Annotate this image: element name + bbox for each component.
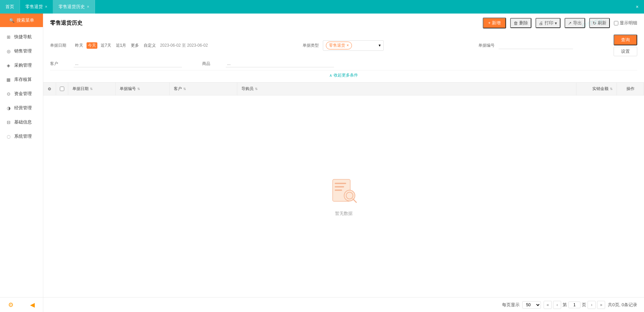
sidebar-item-purchase[interactable]: ◈ 采购管理 <box>0 58 43 72</box>
empty-state: 暂无数据 <box>43 95 644 297</box>
th-date[interactable]: 单据日期 ⇅ <box>68 83 116 95</box>
purchase-icon: ◈ <box>5 62 11 68</box>
select-all-checkbox[interactable] <box>60 87 64 91</box>
date-opt-yesterday[interactable]: 昨天 <box>74 42 85 49</box>
th-number-label: 单据编号 <box>120 86 136 92</box>
type-dropdown[interactable]: 零售退货 × ▾ <box>323 40 384 51</box>
settings-button[interactable]: 设置 <box>614 47 637 56</box>
collapse-icon: ∧ <box>329 73 332 78</box>
date-filter-label: 单据日期 <box>50 43 74 48</box>
tab-home[interactable]: 首页 <box>0 0 20 14</box>
sidebar-item-operations-label: 经营管理 <box>14 105 32 111</box>
th-number[interactable]: 单据编号 ⇅ <box>116 83 170 95</box>
date-opt-more[interactable]: 更多 <box>129 42 140 49</box>
th-guide-label: 导购员 <box>241 86 254 92</box>
per-page-select[interactable]: 10 20 50 100 <box>522 301 541 309</box>
svg-rect-2 <box>335 186 344 187</box>
date-range-display: 2023-06-02 至 2023-06-02 <box>160 43 208 48</box>
tab-retail-return-close[interactable]: × <box>45 4 47 9</box>
show-detail-checkbox-label[interactable]: 显示明细 <box>614 20 637 26</box>
customer-filter-input[interactable] <box>74 60 182 67</box>
sidebar-item-purchase-label: 采购管理 <box>14 62 32 68</box>
sidebar-item-inventory[interactable]: ▦ 库存核算 <box>0 72 43 87</box>
quicknav-icon: ⊞ <box>5 34 11 40</box>
collapse-button[interactable]: ∧ 收起更多条件 <box>50 71 637 80</box>
tab-retail-return[interactable]: 零售退货 × <box>20 0 53 14</box>
sidebar-item-sales-label: 销售管理 <box>14 48 32 54</box>
sidebar-item-system-label: 系统管理 <box>14 133 32 139</box>
page-title: 零售退货历史 <box>50 20 82 27</box>
sales-icon: ◎ <box>5 48 11 54</box>
goods-filter-input[interactable] <box>226 60 334 67</box>
sidebar: 🔍 搜索菜单 ⊞ 快捷导航 ◎ 销售管理 ◈ 采购管理 ▦ 库存核算 ⊙ 资金管 <box>0 14 43 312</box>
basicinfo-icon: ⊟ <box>5 119 11 125</box>
sidebar-item-system[interactable]: ◌ 系统管理 <box>0 129 43 143</box>
date-opt-custom[interactable]: 自定义 <box>142 42 157 49</box>
content-area: 零售退货历史 + 新增 🗑 删除 🖨 打印 ▾ ↗ 导出 <box>43 14 644 312</box>
sidebar-search-label: 搜索菜单 <box>17 17 34 23</box>
th-amount[interactable]: 实销金额 ⇅ <box>576 83 617 95</box>
th-action: 操作 <box>617 83 644 95</box>
svg-rect-3 <box>335 190 342 191</box>
sidebar-item-operations[interactable]: ◑ 经营管理 <box>0 101 43 115</box>
prev-page-btn[interactable]: ‹ <box>553 301 561 309</box>
page-input[interactable] <box>568 302 580 308</box>
tab-home-label: 首页 <box>5 4 14 10</box>
print-button[interactable]: 🖨 打印 ▾ <box>535 18 560 28</box>
sidebar-settings-btn[interactable]: ⚙ <box>8 301 14 309</box>
last-page-btn[interactable]: » <box>597 301 605 309</box>
goods-filter-label: 商品 <box>202 61 226 67</box>
number-filter-label: 单据编号 <box>478 43 499 48</box>
query-button[interactable]: 查询 <box>614 35 637 45</box>
sidebar-item-sales[interactable]: ◎ 销售管理 <box>0 44 43 58</box>
tab-retail-return-history-label: 零售退货历史 <box>58 4 85 10</box>
refresh-icon: ↻ <box>593 21 596 26</box>
filter-divider <box>50 70 637 70</box>
tab-retail-return-history[interactable]: 零售退货历史 × <box>53 0 95 14</box>
sidebar-toggle-btn[interactable]: ◀ <box>30 301 35 309</box>
next-page-btn[interactable]: › <box>588 301 596 309</box>
th-settings[interactable]: ⚙ <box>43 83 56 95</box>
th-customer[interactable]: 客户 ⇅ <box>170 83 237 95</box>
table-area: ⚙ 单据日期 ⇅ 单据编号 ⇅ 客户 ⇅ 导购员 <box>43 83 644 297</box>
toolbar: + 新增 🗑 删除 🖨 打印 ▾ ↗ 导出 ↻ <box>483 18 637 28</box>
svg-rect-1 <box>335 183 346 184</box>
table-header: ⚙ 单据日期 ⇅ 单据编号 ⇅ 客户 ⇅ 导购员 <box>43 83 644 95</box>
inventory-icon: ▦ <box>5 76 11 83</box>
search-icon: 🔍 <box>9 18 15 23</box>
top-bar-close[interactable]: × <box>636 4 644 9</box>
refresh-button[interactable]: ↻ 刷新 <box>589 18 610 28</box>
date-opt-7days[interactable]: 近7天 <box>99 42 113 49</box>
page-unit: 页 <box>582 302 586 308</box>
filter-area: 单据日期 昨天 今天 近7天 近1月 更多 自定义 2023-06-02 至 2… <box>50 32 637 82</box>
per-page-label: 每页显示 <box>502 302 520 308</box>
empty-icon <box>329 176 359 206</box>
page-header: 零售退货历史 + 新增 🗑 删除 🖨 打印 ▾ ↗ 导出 <box>43 14 644 83</box>
sidebar-search[interactable]: 🔍 搜索菜单 <box>0 14 43 27</box>
th-guide[interactable]: 导购员 ⇅ <box>237 83 576 95</box>
type-tag-close[interactable]: × <box>347 43 349 48</box>
number-filter-input[interactable] <box>499 42 573 49</box>
export-button[interactable]: ↗ 导出 <box>565 18 585 28</box>
th-amount-label: 实销金额 <box>592 86 609 92</box>
sidebar-item-basicinfo[interactable]: ⊟ 基础信息 <box>0 115 43 129</box>
sidebar-footer: ⚙ ◀ <box>0 297 43 312</box>
main-layout: 🔍 搜索菜单 ⊞ 快捷导航 ◎ 销售管理 ◈ 采购管理 ▦ 库存核算 ⊙ 资金管 <box>0 14 644 312</box>
first-page-btn[interactable]: « <box>544 301 552 309</box>
add-button[interactable]: + 新增 <box>483 18 506 28</box>
sidebar-item-finance-label: 资金管理 <box>14 91 32 97</box>
svg-line-6 <box>353 199 356 202</box>
sidebar-item-finance[interactable]: ⊙ 资金管理 <box>0 87 43 101</box>
date-opt-today[interactable]: 今天 <box>87 42 97 49</box>
operations-icon: ◑ <box>5 105 11 111</box>
tab-retail-return-history-close[interactable]: × <box>87 4 89 9</box>
show-detail-checkbox[interactable] <box>614 21 618 25</box>
delete-button[interactable]: 🗑 删除 <box>510 18 531 28</box>
system-icon: ◌ <box>5 133 11 139</box>
th-checkbox[interactable] <box>56 83 68 95</box>
date-opt-1month[interactable]: 近1月 <box>115 42 128 49</box>
print-icon: 🖨 <box>539 21 543 26</box>
filter-row-2: 客户 商品 <box>50 58 637 69</box>
sidebar-item-quicknav[interactable]: ⊞ 快捷导航 <box>0 30 43 44</box>
tab-list: 首页 零售退货 × 零售退货历史 × <box>0 0 636 14</box>
